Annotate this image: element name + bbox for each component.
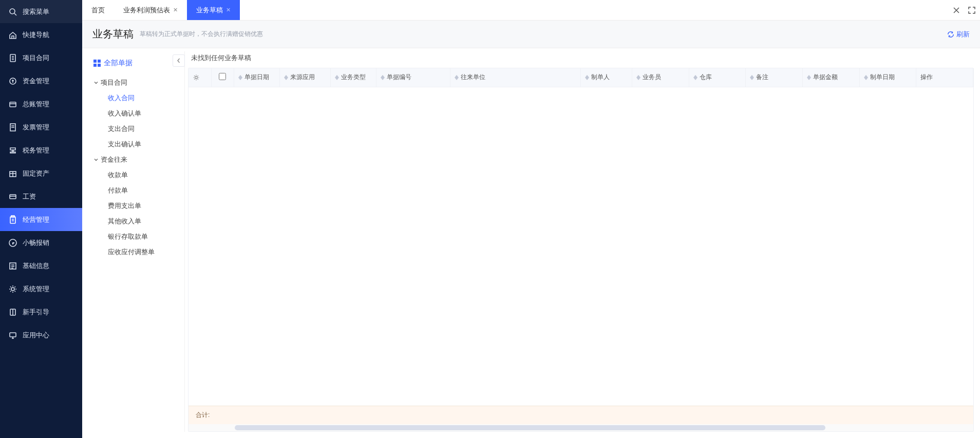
- close-icon[interactable]: ✕: [226, 7, 231, 13]
- horizontal-scrollbar[interactable]: [189, 424, 973, 431]
- tab-label: 业务利润预估表: [123, 6, 170, 15]
- sort-icon[interactable]: [750, 75, 754, 80]
- sidebar-item-tax[interactable]: 税务管理: [0, 139, 82, 162]
- sort-icon[interactable]: [636, 75, 640, 80]
- coin-icon: [8, 77, 17, 86]
- sort-icon[interactable]: [284, 75, 288, 80]
- tab-label: 首页: [91, 6, 105, 15]
- sidebar-item-guide[interactable]: 新手引导: [0, 300, 82, 323]
- card-icon: [8, 192, 17, 201]
- subnav-item[interactable]: 收入确认单: [88, 106, 184, 121]
- sidebar-item-label: 发票管理: [23, 123, 49, 132]
- svg-point-5: [12, 150, 14, 151]
- column-header-app[interactable]: 来源应用: [279, 68, 331, 87]
- sidebar-item-label: 应用中心: [23, 331, 49, 340]
- close-icon[interactable]: ✕: [173, 7, 178, 13]
- sort-icon[interactable]: [381, 75, 385, 80]
- subnav-item[interactable]: 支出确认单: [88, 137, 184, 152]
- scrollbar-thumb[interactable]: [235, 425, 825, 430]
- sidebar-item-fund-mgmt[interactable]: 资金管理: [0, 69, 82, 92]
- sidebar-item-label: 基础信息: [23, 261, 49, 271]
- sort-icon[interactable]: [585, 75, 589, 80]
- sidebar-item-label: 税务管理: [23, 146, 49, 155]
- subnav-item[interactable]: 应收应付调整单: [88, 244, 184, 260]
- subnav-item[interactable]: 银行存取款单: [88, 229, 184, 244]
- fullscreen-icon[interactable]: [968, 6, 976, 14]
- select-all-checkbox[interactable]: [219, 73, 226, 80]
- footer-total-label: 合计:: [196, 411, 210, 420]
- table-header-row: 单据日期来源应用业务类型单据编号往来单位制单人业务员仓库备注单据金额制单日期操作: [189, 68, 973, 87]
- svg-rect-8: [10, 217, 15, 223]
- sidebar-item-search-menu[interactable]: 搜索菜单: [0, 0, 82, 23]
- sidebar-item-base-info[interactable]: 基础信息: [0, 254, 82, 277]
- sidebar-item-biz-ops[interactable]: 经营管理: [0, 208, 82, 231]
- sidebar-item-gl[interactable]: 总账管理: [0, 92, 82, 116]
- page-hint: 草稿转为正式单据时，不会执行满赠促销优惠: [140, 30, 263, 39]
- sidebar-item-label: 新手引导: [23, 308, 49, 317]
- column-label: 业务员: [643, 73, 661, 81]
- tab-home[interactable]: 首页: [82, 0, 114, 20]
- empty-message: 未找到任何业务草稿: [188, 51, 974, 68]
- subnav-group-title[interactable]: 项目合同: [88, 75, 184, 90]
- column-header-no[interactable]: 单据编号: [376, 68, 450, 87]
- wallet-icon: [8, 100, 17, 109]
- sidebar-item-fixed-asset[interactable]: 固定资产: [0, 162, 82, 185]
- tab-biz-draft[interactable]: 业务草稿✕: [187, 0, 240, 20]
- subnav-item[interactable]: 收款单: [88, 167, 184, 183]
- sidebar-item-salary[interactable]: 工资: [0, 185, 82, 208]
- column-header-remark[interactable]: 备注: [746, 68, 803, 87]
- sidebar-item-quick-nav[interactable]: 快捷导航: [0, 23, 82, 46]
- subnav-item[interactable]: 支出合同: [88, 121, 184, 137]
- sidebar-item-invoice[interactable]: 发票管理: [0, 116, 82, 139]
- subnav-group-title[interactable]: 资金往来: [88, 152, 184, 167]
- subnav-item[interactable]: 其他收入单: [88, 214, 184, 229]
- page-header: 业务草稿 草稿转为正式单据时，不会执行满赠促销优惠 刷新: [82, 21, 980, 48]
- tab-biz-profit[interactable]: 业务利润预估表✕: [114, 0, 187, 20]
- home-icon: [8, 30, 17, 40]
- box-icon: [8, 169, 17, 178]
- sidebar-item-xc-bx[interactable]: 小畅报销: [0, 231, 82, 254]
- column-header-sales[interactable]: 业务员: [632, 68, 689, 87]
- sidebar-item-label: 小畅报销: [23, 238, 49, 247]
- subnav-item[interactable]: 收入合同: [88, 90, 184, 106]
- svg-point-19: [195, 76, 198, 79]
- sort-icon[interactable]: [807, 75, 811, 80]
- column-header-partner[interactable]: 往来单位: [450, 68, 581, 87]
- subnav-item[interactable]: 付款单: [88, 183, 184, 198]
- sidebar-item-app-center[interactable]: 应用中心: [0, 323, 82, 347]
- sidebar-item-label: 资金管理: [23, 77, 49, 86]
- svg-rect-18: [98, 64, 101, 67]
- refresh-button[interactable]: 刷新: [947, 30, 970, 39]
- sort-icon[interactable]: [864, 75, 868, 80]
- sidebar-item-sys-mgmt[interactable]: 系统管理: [0, 277, 82, 300]
- column-label: 仓库: [700, 73, 712, 81]
- doc-icon: [8, 53, 17, 63]
- column-label: 制单日期: [870, 73, 895, 81]
- sort-icon[interactable]: [335, 75, 339, 80]
- column-header-type[interactable]: 业务类型: [331, 68, 376, 87]
- column-label: 单据日期: [244, 73, 269, 81]
- sort-icon[interactable]: [693, 75, 698, 80]
- sort-icon[interactable]: [238, 75, 242, 80]
- subnav-collapse-button[interactable]: [173, 54, 185, 67]
- column-header-date[interactable]: 单据日期: [234, 68, 280, 87]
- column-header-maker[interactable]: 制单人: [581, 68, 632, 87]
- sidebar-item-project-contract[interactable]: 项目合同: [0, 46, 82, 69]
- sort-icon[interactable]: [455, 75, 459, 80]
- left-sidebar: 搜索菜单快捷导航项目合同资金管理总账管理发票管理税务管理固定资产工资经营管理小畅…: [0, 0, 82, 438]
- data-table: 单据日期来源应用业务类型单据编号往来单位制单人业务员仓库备注单据金额制单日期操作…: [188, 68, 974, 432]
- gear-icon[interactable]: [193, 74, 200, 81]
- column-header-amount[interactable]: 单据金额: [802, 68, 859, 87]
- svg-point-0: [10, 9, 15, 14]
- clipboard-icon: [8, 215, 17, 224]
- subnav-all-button[interactable]: 全部单据: [88, 54, 184, 75]
- column-header-mdate[interactable]: 制单日期: [859, 68, 916, 87]
- svg-rect-3: [10, 102, 16, 107]
- grid-icon: [93, 60, 101, 67]
- column-header-wh[interactable]: 仓库: [689, 68, 746, 87]
- sidebar-item-label: 固定资产: [23, 169, 49, 178]
- subnav-item[interactable]: 费用支出单: [88, 198, 184, 214]
- close-all-tabs-icon[interactable]: [952, 6, 960, 14]
- search-icon: [8, 7, 17, 16]
- tv-icon: [8, 331, 17, 340]
